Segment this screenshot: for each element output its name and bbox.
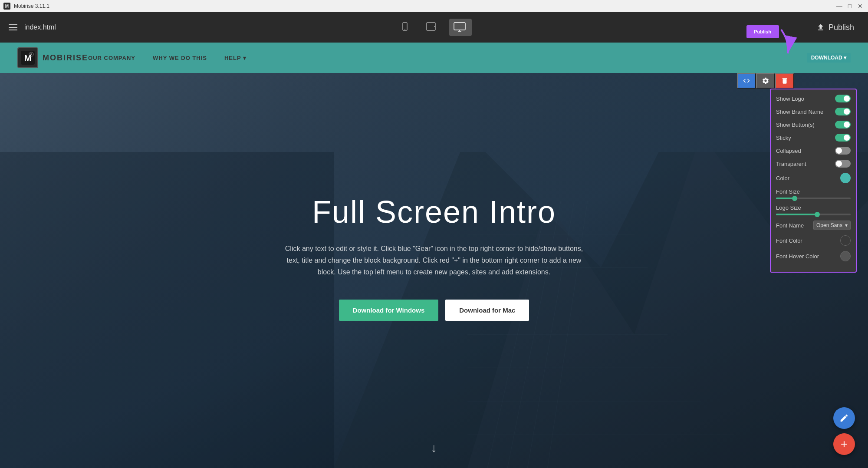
- color-label: Color: [776, 175, 789, 181]
- settings-panel: Show Logo Show Brand Name Show Button(s)…: [770, 89, 857, 273]
- hero-buttons: Download for Windows Download for Mac: [278, 300, 590, 321]
- font-size-label: Font Size: [776, 188, 851, 195]
- font-size-track[interactable]: [776, 198, 851, 199]
- svg-text:M: M: [5, 4, 9, 9]
- settings-gear-button[interactable]: [756, 73, 775, 89]
- collapsed-row: Collapsed: [776, 147, 851, 155]
- font-name-dropdown[interactable]: Open Sans ▾: [813, 221, 851, 230]
- font-hover-color-row: Font Hover Color: [776, 251, 851, 261]
- logo-icon: M: [17, 47, 38, 68]
- publish-button[interactable]: Publish: [811, 20, 859, 35]
- hero-content: Full Screen Intro Click any text to edit…: [260, 194, 608, 347]
- logo-size-row: Logo Size: [776, 204, 851, 215]
- device-desktop-button[interactable]: [449, 19, 472, 36]
- show-brand-label: Show Brand Name: [776, 109, 823, 115]
- sticky-toggle[interactable]: [835, 134, 851, 142]
- app-icon: M: [3, 3, 10, 10]
- show-logo-row: Show Logo: [776, 95, 851, 102]
- transparent-toggle[interactable]: [835, 160, 851, 168]
- nav-link-help[interactable]: HELP ▾: [224, 55, 247, 61]
- gear-icon: [762, 77, 769, 85]
- pencil-icon: [839, 413, 849, 423]
- scroll-arrow[interactable]: ↓: [431, 441, 437, 455]
- download-mac-button[interactable]: Download for Mac: [445, 300, 529, 321]
- desktop-icon: [454, 22, 467, 33]
- show-logo-label: Show Logo: [776, 96, 804, 102]
- font-size-row: Font Size: [776, 188, 851, 199]
- svg-rect-10: [746, 25, 779, 38]
- font-color-swatch[interactable]: [840, 235, 851, 246]
- font-name-row: Font Name Open Sans ▾: [776, 221, 851, 230]
- show-buttons-toggle[interactable]: [835, 121, 851, 129]
- show-buttons-row: Show Button(s): [776, 121, 851, 129]
- sticky-label: Sticky: [776, 135, 791, 141]
- collapsed-toggle[interactable]: [835, 147, 851, 155]
- font-hover-color-swatch[interactable]: [840, 251, 851, 261]
- title-bar-controls: — □ ✕: [835, 2, 865, 10]
- site-hero: Full Screen Intro Click any text to edit…: [0, 73, 868, 468]
- font-name-value: Open Sans: [816, 222, 842, 228]
- toolbar-right: Publish: [811, 20, 859, 35]
- delete-section-button[interactable]: [775, 73, 794, 89]
- show-brand-row: Show Brand Name: [776, 108, 851, 115]
- show-buttons-label: Show Button(s): [776, 122, 815, 128]
- svg-point-5: [434, 26, 435, 27]
- font-name-label: Font Name: [776, 222, 804, 229]
- site-navbar: M MOBIRISE OUR COMPANY WHY WE DO THIS HE…: [0, 43, 868, 73]
- font-hover-color-label: Font Hover Color: [776, 253, 819, 260]
- m-logo-svg: M: [21, 51, 35, 65]
- color-swatch[interactable]: [840, 173, 851, 183]
- code-icon: [743, 77, 750, 85]
- svg-text:Publish: Publish: [754, 29, 771, 34]
- app-title: Mobirise 3.11.1: [14, 3, 49, 9]
- site-logo-text: MOBIRISE: [43, 53, 88, 63]
- code-editor-button[interactable]: [737, 73, 756, 89]
- logo-size-label: Logo Size: [776, 204, 851, 211]
- svg-text:M: M: [24, 53, 32, 63]
- page-name: index.html: [24, 23, 56, 31]
- close-button[interactable]: ✕: [856, 2, 865, 10]
- svg-point-3: [404, 29, 405, 30]
- font-color-label: Font Color: [776, 237, 802, 244]
- title-bar-left: M Mobirise 3.11.1: [3, 3, 49, 10]
- device-tablet-button[interactable]: [421, 19, 442, 36]
- dropdown-chevron: ▾: [845, 222, 848, 228]
- phone-icon: [400, 22, 410, 33]
- website-preview: M MOBIRISE OUR COMPANY WHY WE DO THIS HE…: [0, 43, 868, 468]
- font-size-thumb[interactable]: [792, 196, 797, 201]
- nav-link-company[interactable]: OUR COMPANY: [88, 55, 135, 61]
- site-nav-links: OUR COMPANY WHY WE DO THIS HELP ▾: [88, 55, 247, 61]
- nav-link-why[interactable]: WHY WE DO THIS: [153, 55, 207, 61]
- show-logo-toggle[interactable]: [835, 95, 851, 102]
- plus-icon: +: [841, 437, 848, 451]
- hamburger-line-2: [9, 27, 17, 28]
- logo-size-fill: [776, 214, 817, 215]
- main-area: M MOBIRISE OUR COMPANY WHY WE DO THIS HE…: [0, 43, 868, 468]
- show-brand-toggle[interactable]: [835, 108, 851, 115]
- maximize-button[interactable]: □: [845, 2, 854, 10]
- title-bar: M Mobirise 3.11.1 — □ ✕: [0, 0, 868, 12]
- transparent-row: Transparent: [776, 160, 851, 168]
- logo-size-thumb[interactable]: [815, 212, 820, 217]
- menu-hamburger[interactable]: [9, 24, 17, 30]
- hamburger-line-1: [9, 24, 17, 25]
- hero-subtitle: Click any text to edit or style it. Clic…: [278, 243, 590, 278]
- edit-fab-button[interactable]: [833, 407, 855, 429]
- toolbar-left: index.html: [9, 23, 56, 31]
- site-logo: M MOBIRISE: [17, 47, 88, 68]
- publish-label: Publish: [829, 23, 854, 32]
- device-phone-button[interactable]: [395, 19, 414, 36]
- top-toolbar: index.html: [0, 12, 868, 43]
- logo-size-track[interactable]: [776, 214, 851, 215]
- trash-icon: [781, 77, 789, 85]
- toolbar-center: [395, 19, 472, 36]
- download-windows-button[interactable]: Download for Windows: [339, 300, 439, 321]
- hero-title: Full Screen Intro: [278, 194, 590, 230]
- font-color-row: Font Color: [776, 235, 851, 246]
- transparent-label: Transparent: [776, 161, 806, 167]
- download-indicator: DOWNLOAD ▾: [807, 53, 851, 63]
- minimize-button[interactable]: —: [835, 2, 844, 10]
- add-section-fab-button[interactable]: +: [833, 433, 855, 455]
- sticky-row: Sticky: [776, 134, 851, 142]
- svg-point-15: [30, 53, 32, 55]
